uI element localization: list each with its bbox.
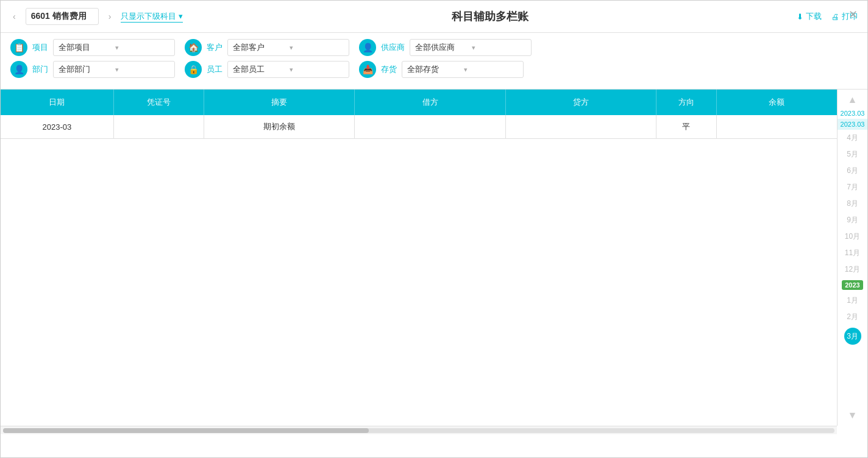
next-account-btn[interactable]: › [106, 10, 114, 23]
cell-balance [716, 115, 837, 139]
scrollbar-thumb[interactable] [3, 428, 369, 433]
col-summary-header: 摘要 [204, 90, 355, 115]
close-btn[interactable]: ✕ [848, 8, 858, 21]
timeline-sidebar: ▲ 2023.03 2023.03 4月 5月 6月 7月 8月 9月 10月 … [837, 90, 867, 426]
col-voucher-header: 凭证号 [113, 90, 204, 115]
page-title: 科目辅助多栏账 [190, 9, 789, 24]
timeline-month-3-active[interactable]: 3月 [844, 328, 861, 345]
project-icon: 📋 [10, 39, 27, 56]
employee-select[interactable]: 全部员工 ▾ [227, 61, 349, 78]
col-direction-header: 方向 [656, 90, 716, 115]
inventory-dropdown-arrow: ▾ [464, 66, 518, 74]
timeline-month-9[interactable]: 9月 [845, 212, 859, 228]
customer-dropdown-arrow: ▾ [290, 44, 344, 52]
timeline-month-11[interactable]: 11月 [844, 245, 861, 261]
horizontal-scrollbar[interactable] [1, 426, 837, 434]
show-sub-toggle[interactable]: 只显示下级科目 ▾ [121, 11, 183, 23]
timeline-month-12[interactable]: 12月 [844, 261, 861, 278]
timeline-month-1[interactable]: 1月 [845, 292, 859, 309]
col-debit-header: 借方 [355, 90, 505, 115]
timeline-month-10[interactable]: 10月 [844, 228, 861, 245]
customer-label: 客户 [207, 42, 222, 53]
account-code: 6601 销售费用 [26, 8, 99, 25]
department-label: 部门 [32, 64, 48, 75]
project-dropdown-arrow: ▾ [115, 44, 169, 52]
cell-voucher [113, 115, 204, 139]
timeline-month-7[interactable]: 7月 [845, 179, 859, 196]
filter-area: 📋 项目 全部项目 ▾ 🏠 客户 全部客户 ▾ 👤 供应商 [1, 33, 867, 90]
supplier-label: 供应商 [381, 42, 405, 53]
employee-label: 员工 [207, 64, 222, 75]
inventory-icon: 📥 [359, 61, 376, 78]
cell-credit [505, 115, 656, 139]
filter-supplier: 👤 供应商 全部供应商 ▾ [359, 39, 532, 56]
col-balance-header: 余额 [716, 90, 837, 115]
col-credit-header: 贷方 [505, 90, 656, 115]
cell-summary: 期初余额 [204, 115, 355, 139]
filter-department: 👤 部门 全部部门 ▾ [10, 61, 175, 78]
main-window: ‹ 6601 销售费用 › 只显示下级科目 ▾ 科目辅助多栏账 ⬇ 下载 🖨 打… [0, 0, 868, 458]
print-icon: 🖨 [831, 12, 839, 21]
timeline-month-4[interactable]: 4月 [845, 130, 859, 146]
project-select[interactable]: 全部项目 ▾ [53, 39, 175, 56]
employee-icon: 🔒 [185, 61, 202, 78]
inventory-select[interactable]: 全部存货 ▾ [402, 61, 524, 78]
department-icon: 👤 [10, 61, 27, 78]
department-dropdown-arrow: ▾ [115, 66, 169, 74]
download-icon: ⬇ [797, 12, 803, 21]
year-badge-2023[interactable]: 2023 [842, 280, 863, 290]
download-btn[interactable]: ⬇ 下载 [797, 11, 822, 22]
project-label: 项目 [32, 42, 48, 53]
supplier-icon: 👤 [359, 39, 376, 56]
ledger-table: 日期 凭证号 摘要 借方 贷方 方向 余额 2023-03 期初余额 [1, 90, 837, 139]
supplier-dropdown-arrow: ▾ [472, 44, 526, 52]
timeline-month-8[interactable]: 8月 [845, 196, 859, 212]
customer-select[interactable]: 全部客户 ▾ [227, 39, 349, 56]
customer-icon: 🏠 [185, 39, 202, 56]
cell-date: 2023-03 [1, 115, 113, 139]
cell-direction: 平 [656, 115, 716, 139]
filter-inventory: 📥 存货 全部存货 ▾ [359, 61, 524, 78]
supplier-select[interactable]: 全部供应商 ▾ [410, 39, 532, 56]
employee-dropdown-arrow: ▾ [290, 66, 344, 74]
timeline-up-arrow[interactable]: ▲ [845, 92, 860, 108]
timeline-down-arrow[interactable]: ▼ [845, 407, 860, 423]
col-date-header: 日期 [1, 90, 113, 115]
table-row[interactable]: 2023-03 期初余额 平 [1, 115, 837, 139]
filter-project: 📋 项目 全部项目 ▾ [10, 39, 175, 56]
timeline-month-6[interactable]: 6月 [845, 163, 859, 179]
filter-employee: 🔒 员工 全部员工 ▾ [185, 61, 349, 78]
filter-row-1: 📋 项目 全部项目 ▾ 🏠 客户 全部客户 ▾ 👤 供应商 [10, 39, 858, 56]
inventory-label: 存货 [381, 64, 397, 75]
filter-customer: 🏠 客户 全部客户 ▾ [185, 39, 349, 56]
department-select[interactable]: 全部部门 ▾ [53, 61, 175, 78]
timeline-item-2023-03-top2[interactable]: 2023.03 [838, 119, 867, 130]
header: ‹ 6601 销售费用 › 只显示下级科目 ▾ 科目辅助多栏账 ⬇ 下载 🖨 打… [1, 1, 867, 33]
timeline-month-5[interactable]: 5月 [845, 146, 859, 163]
timeline-month-2[interactable]: 2月 [845, 309, 859, 325]
prev-account-btn[interactable]: ‹ [10, 10, 18, 23]
timeline-item-2023-03-top1[interactable]: 2023.03 [838, 108, 867, 119]
table-container: 日期 凭证号 摘要 借方 贷方 方向 余额 2023-03 期初余额 [1, 90, 837, 426]
filter-row-2: 👤 部门 全部部门 ▾ 🔒 员工 全部员工 ▾ 📥 存货 [10, 61, 858, 78]
cell-debit [355, 115, 505, 139]
